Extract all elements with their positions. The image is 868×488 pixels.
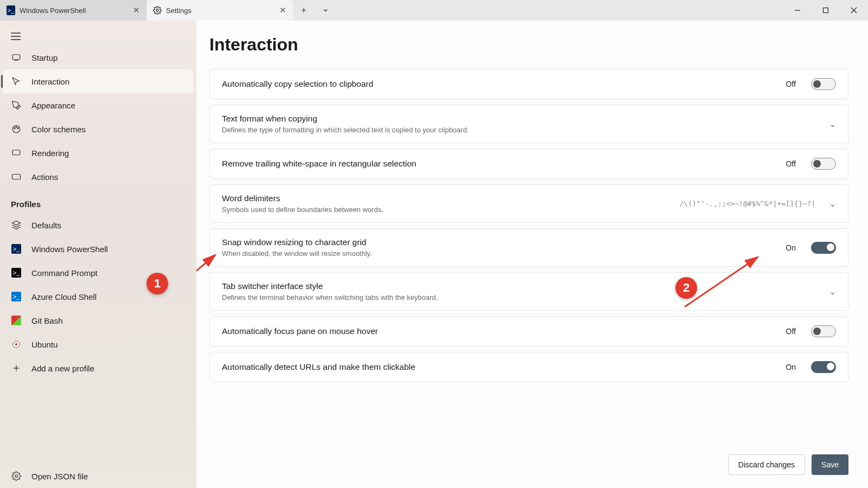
profile-powershell[interactable]: >_ Windows PowerShell [0,237,196,261]
profiles-list: Defaults >_ Windows PowerShell >_ Comman… [0,213,196,380]
tab-dropdown-icon[interactable] [315,0,336,21]
powershell-icon: >_ [7,6,15,15]
tab-settings[interactable]: Settings ✕ [146,0,293,21]
svg-rect-8 [12,55,20,60]
profile-label: Azure Cloud Shell [31,292,97,301]
startup-icon [11,52,22,63]
setting-title: Tab switcher interface style [222,281,820,291]
tab-label: Windows PowerShell [20,7,86,15]
profile-gitbash[interactable]: Git Bash [0,309,196,332]
tab-powershell[interactable]: >_ Windows PowerShell ✕ [0,0,146,21]
profiles-heading: Profiles [0,189,196,213]
nav-label: Startup [31,53,58,62]
nav-actions[interactable]: Actions [0,165,196,189]
tab-label: Settings [166,7,192,15]
svg-point-22 [15,475,18,478]
nav-startup[interactable]: Startup [0,46,196,69]
plus-icon [11,363,22,374]
footer: Discard changes Save [196,446,868,488]
setting-value: /\()"'-.,:;<>~!@#$%^&*|+=[]{}~?| [680,200,815,208]
toggle-state: On [786,363,796,371]
setting-title: Snap window resizing to character grid [222,237,776,247]
powershell-icon: >_ [11,243,22,254]
setting-title: Text format when copying [222,114,820,124]
setting-title: Automatically detect URLs and make them … [222,362,776,372]
nav-label: Actions [31,172,58,182]
setting-text-format[interactable]: Text format when copying Defines the typ… [209,105,848,143]
nav-list: Startup Interaction Appearance Color sch… [0,46,196,189]
svg-point-11 [16,126,17,127]
toggle-switch[interactable] [811,78,836,90]
menu-button[interactable] [0,27,196,46]
main-content: Interaction Automatically copy selection… [196,21,868,488]
setting-auto-copy[interactable]: Automatically copy selection to clipboar… [209,69,848,99]
minimize-button[interactable] [783,0,812,21]
close-icon[interactable]: ✕ [279,5,286,15]
open-json-file[interactable]: Open JSON file [0,464,196,488]
setting-snap-resize[interactable]: Snap window resizing to character grid W… [209,228,848,267]
profile-defaults[interactable]: Defaults [0,213,196,237]
setting-remove-trailing[interactable]: Remove trailing white-space in rectangul… [209,149,848,179]
svg-point-0 [156,9,158,11]
new-tab-button[interactable]: + [293,0,315,21]
setting-title: Automatically copy selection to clipboar… [222,79,776,89]
setting-desc: When disabled, the window will resize sm… [222,249,776,258]
svg-point-10 [14,127,15,129]
keyboard-icon [11,171,22,182]
profile-label: Defaults [31,221,61,230]
setting-detect-urls[interactable]: Automatically detect URLs and make them … [209,352,848,382]
gear-icon [11,471,22,481]
toggle-state: Off [786,80,796,88]
setting-desc: Symbols used to define boundaries betwee… [222,206,670,214]
toggle-switch[interactable] [811,158,836,170]
appearance-icon [11,100,22,111]
window-controls [783,0,868,21]
profile-label: Windows PowerShell [31,245,108,254]
toggle-switch[interactable] [811,361,836,373]
svg-rect-14 [12,175,21,179]
close-icon[interactable]: ✕ [133,5,140,15]
nav-color-schemes[interactable]: Color schemes [0,117,196,141]
svg-rect-2 [824,8,828,13]
nav-appearance[interactable]: Appearance [0,93,196,117]
svg-rect-13 [12,150,20,155]
save-button[interactable]: Save [812,454,848,475]
interaction-icon [11,76,22,87]
maximize-button[interactable] [812,0,840,21]
setting-auto-focus[interactable]: Automatically focus pane on mouse hover … [209,316,848,346]
toggle-switch[interactable] [811,242,836,254]
cmd-icon: >_ [11,267,22,278]
chevron-down-icon: ⌄ [829,200,836,208]
setting-desc: Defines the type of formatting in which … [222,126,820,134]
nav-interaction[interactable]: Interaction [3,69,193,93]
annotation-callout-1: 1 [146,273,168,294]
toggle-state: On [786,243,796,252]
open-json-label: Open JSON file [31,472,88,481]
palette-icon [11,124,22,134]
toggle-switch[interactable] [811,325,836,337]
profile-label: Ubuntu [31,340,58,349]
ubuntu-icon [11,339,22,350]
svg-point-19 [15,343,18,346]
sidebar: Startup Interaction Appearance Color sch… [0,21,196,488]
profile-add[interactable]: Add a new profile [0,356,196,380]
nav-rendering[interactable]: Rendering [0,141,196,165]
toggle-state: Off [786,327,796,336]
layers-icon [11,220,22,230]
setting-word-delimiters[interactable]: Word delimiters Symbols used to define b… [209,184,848,223]
titlebar: >_ Windows PowerShell ✕ Settings ✕ + [0,0,868,21]
svg-marker-17 [12,221,21,226]
chevron-down-icon: ⌄ [829,287,836,296]
profile-label: Command Prompt [31,268,98,278]
chevron-down-icon: ⌄ [829,120,836,129]
azure-icon: >_ [11,291,22,302]
setting-desc: Defines the terminal behavior when switc… [222,293,820,301]
profile-ubuntu[interactable]: Ubuntu [0,332,196,356]
close-button[interactable] [840,0,868,21]
gitbash-icon [11,315,22,326]
nav-label: Appearance [31,101,75,110]
gear-icon [153,6,162,15]
setting-tab-switcher[interactable]: Tab switcher interface style Defines the… [209,272,848,311]
discard-button[interactable]: Discard changes [728,454,805,475]
nav-label: Color schemes [31,125,86,134]
